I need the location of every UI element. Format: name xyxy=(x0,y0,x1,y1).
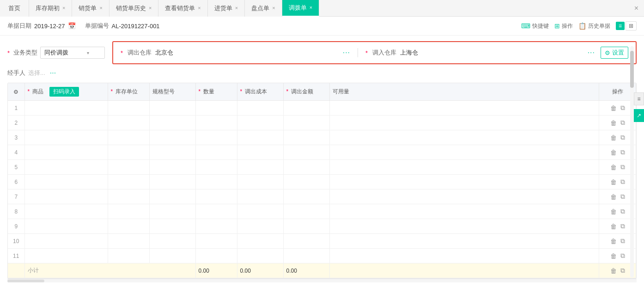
row-amount[interactable] xyxy=(283,189,329,204)
subtotal-delete-icon[interactable]: 🗑 xyxy=(610,267,617,275)
row-quantity[interactable] xyxy=(195,189,237,204)
layout-list-btn[interactable]: ≡ xyxy=(616,22,625,30)
row-spec[interactable] xyxy=(149,116,195,130)
copy-icon[interactable]: ⧉ xyxy=(620,134,625,141)
row-product[interactable] xyxy=(24,160,108,175)
row-product[interactable] xyxy=(24,101,108,116)
row-amount[interactable] xyxy=(283,175,329,189)
warehouse-in-more[interactable]: ··· xyxy=(588,49,595,57)
row-available[interactable] xyxy=(329,204,599,219)
delete-icon[interactable]: 🗑 xyxy=(610,238,617,245)
calendar-icon[interactable]: 📅 xyxy=(68,22,76,30)
copy-icon[interactable]: ⧉ xyxy=(620,222,625,230)
row-quantity[interactable] xyxy=(195,175,237,189)
row-cost[interactable] xyxy=(237,249,283,263)
row-cost[interactable] xyxy=(237,219,283,234)
row-amount[interactable] xyxy=(283,145,329,160)
row-cost[interactable] xyxy=(237,101,283,116)
row-product[interactable] xyxy=(24,249,108,263)
delete-icon[interactable]: 🗑 xyxy=(610,178,617,186)
row-quantity[interactable] xyxy=(195,145,237,160)
row-unit[interactable] xyxy=(108,145,149,160)
row-unit[interactable] xyxy=(108,101,149,116)
delete-icon[interactable]: 🗑 xyxy=(610,223,617,230)
subtotal-copy-icon[interactable]: ⧉ xyxy=(620,267,625,275)
row-unit[interactable] xyxy=(108,234,149,249)
row-amount[interactable] xyxy=(283,116,329,130)
row-unit[interactable] xyxy=(108,204,149,219)
row-unit[interactable] xyxy=(108,249,149,263)
row-spec[interactable] xyxy=(149,101,195,116)
row-available[interactable] xyxy=(329,189,599,204)
row-unit[interactable] xyxy=(108,189,149,204)
row-available[interactable] xyxy=(329,101,599,116)
row-unit[interactable] xyxy=(108,175,149,189)
close-tab-inventory-check[interactable]: × xyxy=(272,6,275,11)
delete-icon[interactable]: 🗑 xyxy=(610,119,617,127)
tab-view-sales[interactable]: 查看销货单 × xyxy=(158,0,207,17)
scan-button[interactable]: 扫码录入 xyxy=(49,87,79,97)
row-product[interactable] xyxy=(24,234,108,249)
tab-inventory-init[interactable]: 库存期初 × xyxy=(29,0,72,17)
layout-grid-btn[interactable]: ⊞ xyxy=(626,21,637,31)
table-gear-icon[interactable]: ⚙ xyxy=(13,89,18,95)
vscrollbar-thumb[interactable] xyxy=(630,51,634,88)
delete-icon[interactable]: 🗑 xyxy=(610,208,617,215)
close-tab-view-sales[interactable]: × xyxy=(198,6,200,11)
shortcut-btn[interactable]: ⌨ 快捷键 xyxy=(521,22,549,30)
tab-home[interactable]: 首页 xyxy=(0,0,29,17)
row-quantity[interactable] xyxy=(195,234,237,249)
row-spec[interactable] xyxy=(149,130,195,145)
row-spec[interactable] xyxy=(149,219,195,234)
row-amount[interactable] xyxy=(283,160,329,175)
row-amount[interactable] xyxy=(283,130,329,145)
row-product[interactable] xyxy=(24,175,108,189)
tab-transfer-order[interactable]: 调拨单 × xyxy=(282,0,319,17)
row-spec[interactable] xyxy=(149,204,195,219)
row-product[interactable] xyxy=(24,145,108,160)
row-quantity[interactable] xyxy=(195,249,237,263)
close-tab-sales-history[interactable]: × xyxy=(149,6,152,11)
warehouse-out-value[interactable]: 北京仓 xyxy=(155,49,173,57)
history-btn[interactable]: 📋 历史单据 xyxy=(578,22,610,30)
row-cost[interactable] xyxy=(237,145,283,160)
scrollbar-thumb[interactable] xyxy=(7,280,44,282)
row-unit[interactable] xyxy=(108,116,149,130)
row-available[interactable] xyxy=(329,160,599,175)
row-available[interactable] xyxy=(329,234,599,249)
copy-icon[interactable]: ⧉ xyxy=(620,104,625,112)
row-spec[interactable] xyxy=(149,160,195,175)
delete-icon[interactable]: 🗑 xyxy=(610,164,617,171)
row-spec[interactable] xyxy=(149,145,195,160)
row-unit[interactable] xyxy=(108,219,149,234)
warehouse-out-more[interactable]: ··· xyxy=(343,49,350,57)
copy-icon[interactable]: ⧉ xyxy=(620,237,625,245)
close-all-tabs[interactable]: × xyxy=(629,0,644,17)
row-spec[interactable] xyxy=(149,175,195,189)
row-quantity[interactable] xyxy=(195,116,237,130)
copy-icon[interactable]: ⧉ xyxy=(620,178,625,186)
row-quantity[interactable] xyxy=(195,101,237,116)
row-spec[interactable] xyxy=(149,234,195,249)
row-cost[interactable] xyxy=(237,175,283,189)
close-tab-purchase-order[interactable]: × xyxy=(235,6,238,11)
row-available[interactable] xyxy=(329,116,599,130)
copy-icon[interactable]: ⧉ xyxy=(620,193,625,201)
person-select[interactable]: 选择... xyxy=(28,69,45,77)
row-quantity[interactable] xyxy=(195,219,237,234)
row-amount[interactable] xyxy=(283,249,329,263)
delete-icon[interactable]: 🗑 xyxy=(610,134,617,141)
horizontal-scrollbar[interactable] xyxy=(7,279,637,282)
sidebar-list-btn[interactable]: ≡ xyxy=(634,92,644,105)
row-cost[interactable] xyxy=(237,189,283,204)
row-cost[interactable] xyxy=(237,234,283,249)
close-tab-sales-order[interactable]: × xyxy=(99,6,102,11)
close-tab-inventory-init[interactable]: × xyxy=(62,6,65,11)
col-gear[interactable]: ⚙ xyxy=(8,83,24,101)
copy-icon[interactable]: ⧉ xyxy=(620,119,625,127)
row-cost[interactable] xyxy=(237,204,283,219)
row-quantity[interactable] xyxy=(195,130,237,145)
tab-inventory-check[interactable]: 盘点单 × xyxy=(245,0,282,17)
row-available[interactable] xyxy=(329,145,599,160)
tab-purchase-order[interactable]: 进货单 × xyxy=(208,0,245,17)
